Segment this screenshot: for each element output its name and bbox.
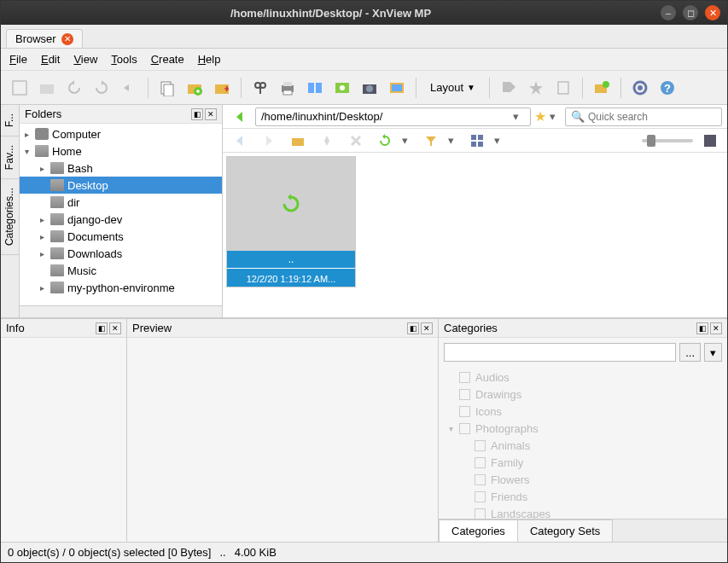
panel-close-icon[interactable]: ✕ [421,322,433,334]
category-subitem[interactable]: Friends [446,488,720,505]
sidetab-fav[interactable]: Fav... [1,136,19,179]
tree-computer[interactable]: ▸Computer [20,125,222,142]
nav-back-icon[interactable] [228,129,252,153]
sidetab-categories[interactable]: Categories... [1,179,19,255]
checkbox[interactable] [475,474,486,485]
catalog-icon[interactable] [590,76,614,100]
tree-item[interactable]: ▸my-python-environme [20,279,222,296]
checkbox[interactable] [459,406,470,417]
tab-categories[interactable]: Categories [439,519,518,542]
rating-icon[interactable] [524,76,548,100]
tab-category-sets[interactable]: Category Sets [517,519,613,542]
path-dropdown-icon[interactable]: ▾ [513,110,525,123]
tree-item[interactable]: ▸django-dev [20,211,222,228]
tree-item[interactable]: ▸Bash [20,160,222,177]
find-icon[interactable] [248,76,272,100]
tree-item[interactable]: ▸Downloads [20,245,222,262]
menu-create[interactable]: Create [151,53,184,66]
undo-icon[interactable] [117,76,141,100]
rotate-left-icon[interactable] [62,76,86,100]
category-subitem[interactable]: Landscapes [446,505,720,519]
back-icon[interactable] [228,105,252,129]
copy-icon[interactable] [155,76,179,100]
delete-icon[interactable] [344,129,368,153]
panel-float-icon[interactable]: ◧ [191,108,203,120]
move-icon[interactable] [210,76,234,100]
favorite-icon[interactable]: ★ [534,108,546,125]
pin-icon[interactable] [315,129,339,153]
path-input[interactable]: ▾ [255,107,531,126]
checkbox[interactable] [459,423,470,434]
close-button[interactable]: ✕ [705,5,720,20]
panel-float-icon[interactable]: ◧ [407,322,419,334]
category-subitem[interactable]: Family [446,454,720,471]
tree-item[interactable]: ▸Documents [20,228,222,245]
up-folder-icon[interactable] [286,129,310,153]
thumbnail-item[interactable]: .. 12/2/20 1:19:12 AM... [226,156,356,287]
compare-icon[interactable] [303,76,327,100]
tag-icon[interactable] [497,76,521,100]
tree-item[interactable]: Music [20,262,222,279]
checkbox[interactable] [475,457,486,468]
category-dropdown-button[interactable]: ▾ [704,343,722,362]
thumbnail-view[interactable]: .. 12/2/20 1:19:12 AM... [223,153,727,317]
category-item[interactable]: Icons [446,403,720,420]
category-search-input[interactable] [444,343,676,362]
category-item[interactable]: Audios [446,369,720,386]
fullscreen-icon[interactable] [8,76,32,100]
path-field[interactable] [261,110,513,123]
checkbox[interactable] [475,491,486,502]
tree-item-selected[interactable]: Desktop [20,177,222,194]
slider-thumb[interactable] [647,135,655,147]
sidetab-f[interactable]: F... [1,105,19,136]
batch-convert-icon[interactable] [330,76,354,100]
checkbox[interactable] [459,389,470,400]
bookmark-icon[interactable] [551,76,575,100]
panel-close-icon[interactable]: ✕ [109,322,121,334]
category-subitem[interactable]: Animals [446,437,720,454]
tree-item[interactable]: dir [20,194,222,211]
panel-close-icon[interactable]: ✕ [205,108,217,120]
minimize-button[interactable]: – [661,5,676,20]
maximize-button[interactable]: ◻ [683,5,698,20]
panel-float-icon[interactable]: ◧ [96,322,108,334]
search-box[interactable]: 🔍 [565,107,722,126]
panel-close-icon[interactable]: ✕ [710,322,722,334]
tab-browser[interactable]: Browser ✕ [6,29,83,48]
panel-float-icon[interactable]: ◧ [696,322,708,334]
filter-icon[interactable] [419,129,443,153]
menu-help[interactable]: Help [198,53,221,66]
folder-tree[interactable]: ▸Computer ▾Home ▸Bash Desktop dir ▸djang… [20,124,222,305]
print-icon[interactable] [276,76,300,100]
menu-tools[interactable]: Tools [111,53,137,66]
menu-view[interactable]: View [73,53,97,66]
zoom-slider[interactable] [642,139,693,142]
help-icon[interactable]: ? [655,76,679,100]
open-icon[interactable] [35,76,59,100]
refresh-icon[interactable] [373,129,397,153]
tree-home[interactable]: ▾Home [20,142,222,160]
rotate-right-icon[interactable] [90,76,114,100]
category-item[interactable]: Drawings [446,386,720,403]
checkbox[interactable] [475,508,486,519]
slideshow-icon[interactable] [385,76,409,100]
checkbox[interactable] [459,372,470,383]
category-more-button[interactable]: ... [679,343,701,362]
checkbox[interactable] [475,440,486,451]
nav-forward-icon[interactable] [257,129,281,153]
category-subitem[interactable]: Flowers [446,471,720,488]
search-input[interactable] [588,111,716,123]
favorite-dropdown[interactable]: ▾ [550,110,562,123]
menu-edit[interactable]: Edit [41,53,60,66]
layout-dropdown[interactable]: Layout ▼ [423,78,482,96]
capture-icon[interactable] [358,76,381,100]
settings-icon[interactable] [628,76,652,100]
category-item[interactable]: ▾Photographs [446,420,720,437]
scrollbar-horizontal[interactable] [20,305,222,317]
category-tree[interactable]: Audios Drawings Icons ▾Photographs Anima… [439,367,727,519]
fullscreen-toggle-icon[interactable] [698,129,722,153]
export-icon[interactable] [183,76,207,100]
menu-file[interactable]: File [9,53,27,66]
view-icon[interactable] [465,129,489,153]
tab-close-icon[interactable]: ✕ [61,33,73,45]
